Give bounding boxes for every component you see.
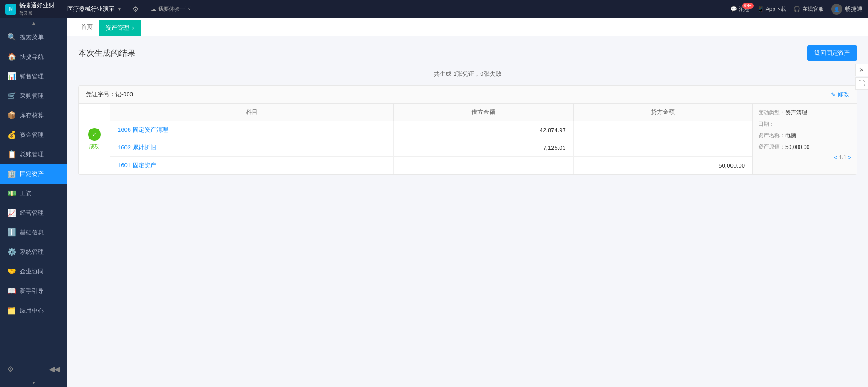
table-row: 1606 固定资产清理 42,874.97 — [110, 121, 752, 139]
quick-nav-icon: 🏠 — [7, 52, 16, 61]
voucher-body: ✓ 成功 科目 借方金额 贷方金额 — [79, 104, 857, 174]
credit-cell: 50,000.00 — [573, 157, 752, 174]
asset-value-row: 资产原值： 50,000.00 — [758, 143, 851, 151]
voucher-number: 凭证字号：记-003 — [86, 90, 133, 99]
voucher-table: 科目 借方金额 贷方金额 1606 固定资产清理 42,874.97 1602 … — [110, 104, 752, 174]
subject-cell: 1606 固定资产清理 — [110, 121, 393, 139]
sidebar-item-fixed-assets[interactable]: 🏢 固定资产 — [0, 164, 67, 184]
status-column: ✓ 成功 — [79, 104, 110, 174]
sidebar-item-label-quick-nav: 快捷导航 — [20, 53, 44, 61]
app-download-action[interactable]: 📱 App下载 — [757, 5, 786, 13]
sidebar-item-search[interactable]: 🔍 搜索菜单 — [0, 27, 67, 47]
summary-line: 共生成 1张凭证，0张失败 — [78, 70, 857, 78]
search-icon: 🔍 — [7, 33, 16, 41]
edition-badge: 普及版 — [19, 10, 55, 17]
company-name: 医疗器械行业演示 — [67, 5, 114, 13]
username: 畅捷通 — [845, 5, 863, 13]
experience-button[interactable]: ☁ 我要体验一下 — [151, 5, 191, 13]
sidebar-settings-icon[interactable]: ⚙ — [7, 365, 14, 373]
change-type-label: 变动类型： — [758, 109, 785, 117]
asset-name-row: 资产名称： 电脑 — [758, 132, 851, 139]
header-right: 💬 消息 99+ 📱 App下载 🎧 在线客服 👤 畅捷通 — [730, 4, 863, 15]
voucher-header: 凭证字号：记-003 ✎ 修改 — [79, 86, 857, 104]
side-info-panel: 变动类型： 资产清理 日期： 资产名称： 电脑 资产原值： — [752, 104, 857, 174]
company-selector[interactable]: 医疗器械行业演示 ▼ — [67, 5, 122, 13]
guide-icon: 📖 — [7, 287, 16, 295]
sidebar-item-label-basic-info: 基础信息 — [20, 228, 44, 237]
sidebar-item-label-app-center: 应用中心 — [20, 307, 44, 315]
sidebar-item-quick-nav[interactable]: 🏠 快捷导航 — [0, 47, 67, 66]
asset-name-label: 资产名称： — [758, 132, 785, 139]
col-credit: 贷方金额 — [573, 104, 752, 121]
return-fixed-assets-button[interactable]: 返回固定资产 — [807, 45, 857, 61]
sidebar-item-salary[interactable]: 💵 工资 — [0, 184, 67, 203]
inventory-icon: 📦 — [7, 111, 16, 119]
app-download-icon: 📱 — [757, 6, 764, 12]
credit-cell — [573, 139, 752, 157]
pagination-prev[interactable]: < — [834, 154, 838, 161]
col-debit: 借方金额 — [393, 104, 573, 121]
date-label: 日期： — [758, 120, 785, 128]
app-download-label: App下载 — [766, 5, 786, 13]
tab-close-icon[interactable]: × — [132, 25, 135, 31]
message-action[interactable]: 💬 消息 99+ — [730, 5, 750, 13]
sidebar-item-label-system: 系统管理 — [20, 248, 44, 256]
sidebar-item-enterprise[interactable]: 🤝 企业协同 — [0, 262, 67, 281]
settings-icon[interactable]: ⚙ — [129, 3, 142, 15]
operations-icon: 📈 — [7, 208, 16, 217]
sidebar-item-label-purchase: 采购管理 — [20, 92, 44, 100]
sidebar-item-label-guide: 新手引导 — [20, 287, 44, 295]
sidebar-item-basic-info[interactable]: ℹ️ 基础信息 — [0, 223, 67, 242]
company-dropdown-arrow: ▼ — [117, 7, 122, 12]
panel-close-button[interactable]: ✕ — [855, 64, 868, 76]
panel-expand-button[interactable]: ⛶ — [855, 77, 868, 90]
online-service-action[interactable]: 🎧 在线客服 — [794, 5, 824, 13]
sidebar-item-label-enterprise: 企业协同 — [20, 268, 44, 276]
subject-cell: 1601 固定资产 — [110, 157, 393, 174]
sidebar-scroll-down[interactable]: ▼ — [0, 378, 67, 387]
pagination-next[interactable]: > — [848, 154, 851, 161]
online-service-label: 在线客服 — [802, 5, 824, 13]
subject-link[interactable]: 1602 累计折旧 — [118, 144, 156, 151]
sidebar-item-fund[interactable]: 💰 资金管理 — [0, 125, 67, 144]
sidebar-item-label-sales: 销售管理 — [20, 72, 44, 80]
debit-cell: 42,874.97 — [393, 121, 573, 139]
sidebar-item-label-ledger: 总账管理 — [20, 150, 44, 159]
system-icon: ⚙️ — [7, 248, 16, 256]
sidebar-item-sales[interactable]: 📊 销售管理 — [0, 66, 67, 86]
asset-name-value: 电脑 — [785, 132, 796, 139]
page-header: 本次生成的结果 返回固定资产 — [78, 45, 857, 61]
sidebar: ▲ 🔍 搜索菜单 🏠 快捷导航 📊 销售管理 🛒 采购管理 📦 库存核算 💰 资… — [0, 18, 67, 387]
basic-info-icon: ℹ️ — [7, 228, 16, 237]
sidebar-item-inventory[interactable]: 📦 库存核算 — [0, 105, 67, 125]
sidebar-item-ledger[interactable]: 📋 总账管理 — [0, 144, 67, 164]
user-area[interactable]: 👤 畅捷通 — [831, 4, 863, 15]
subject-link[interactable]: 1606 固定资产清理 — [118, 126, 168, 133]
change-type-value: 资产清理 — [785, 109, 807, 117]
sidebar-item-system[interactable]: ⚙️ 系统管理 — [0, 242, 67, 262]
sidebar-item-operations[interactable]: 📈 经营管理 — [0, 203, 67, 223]
table-row: 1602 累计折旧 7,125.03 — [110, 139, 752, 157]
sidebar-collapse-icon[interactable]: ◀◀ — [49, 365, 60, 373]
sidebar-item-purchase[interactable]: 🛒 采购管理 — [0, 86, 67, 105]
tab-asset-management[interactable]: 资产管理 × — [99, 20, 141, 36]
change-type-row: 变动类型： 资产清理 — [758, 109, 851, 117]
subject-link[interactable]: 1601 固定资产 — [118, 162, 156, 169]
sidebar-item-label-search: 搜索菜单 — [20, 33, 44, 41]
tab-home[interactable]: 首页 — [74, 18, 99, 36]
sidebar-item-app-center[interactable]: 🗂️ 应用中心 — [0, 301, 67, 320]
sidebar-item-label-inventory: 库存核算 — [20, 111, 44, 119]
edit-button[interactable]: ✎ 修改 — [831, 90, 849, 99]
sidebar-item-label-operations: 经营管理 — [20, 209, 44, 217]
asset-value-value: 50,000.00 — [785, 144, 809, 150]
cloud-icon: ☁ — [151, 6, 156, 12]
salary-icon: 💵 — [7, 189, 16, 198]
logo-area: 财 畅捷通好业财 普及版 — [5, 1, 55, 17]
debit-cell: 7,125.03 — [393, 139, 573, 157]
sidebar-scroll-up[interactable]: ▲ — [0, 18, 67, 27]
purchase-icon: 🛒 — [7, 91, 16, 100]
voucher-card: 凭证字号：记-003 ✎ 修改 ✓ 成功 — [78, 85, 857, 175]
ledger-icon: 📋 — [7, 150, 16, 159]
sidebar-item-guide[interactable]: 📖 新手引导 — [0, 281, 67, 301]
content-area: 首页 资产管理 × ✕ ⛶ 本次生成的结果 返回固定资产 共生成 1张凭证，0张… — [67, 18, 868, 387]
